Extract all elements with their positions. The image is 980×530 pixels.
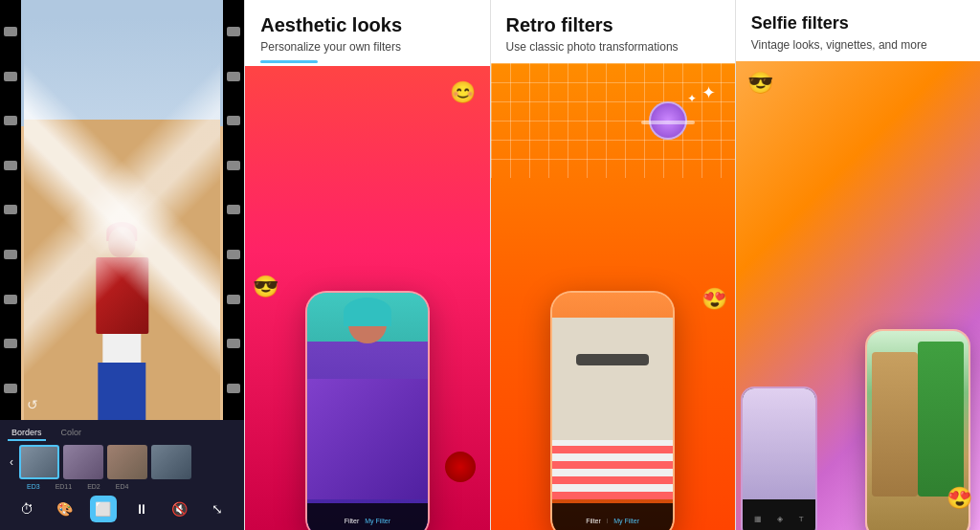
retro-shirt [552, 440, 673, 499]
filmstrip-thumb-4[interactable] [151, 445, 191, 479]
editing-bottom-bar: Borders Color ‹ ED3 ED11 ED2 ED4 ⏱ 🎨 ⬜ ⏸… [0, 420, 244, 530]
grid-overlay [491, 63, 735, 178]
my-filter-label: My Filter [365, 518, 390, 524]
undo-icon[interactable]: ↺ [27, 397, 38, 412]
crop-icon[interactable]: ⤡ [204, 496, 231, 522]
bottom-controls: ⏱ 🎨 ⬜ ⏸ 🔇 ⤡ [8, 492, 236, 524]
film-hole [227, 295, 240, 304]
phone-screen-retro [552, 293, 673, 530]
label-ed2: ED2 [87, 483, 100, 490]
film-holes-right [223, 0, 244, 420]
person-right [918, 342, 964, 497]
sparkle-small-icon: ✦ [687, 92, 697, 105]
portrait-jacket [307, 379, 428, 499]
phone-screen-aesthetic [307, 293, 428, 530]
retro-title: Retro filters [506, 13, 720, 36]
pause-icon[interactable]: ⏸ [128, 496, 155, 522]
tab-color[interactable]: Color [57, 426, 86, 441]
small-screen-bottom: ▦ ◈ T [743, 499, 815, 530]
square-icon[interactable]: ⬜ [90, 496, 117, 522]
main-photo-area: ↺ [0, 0, 244, 420]
film-hole [4, 339, 17, 348]
film-hole [227, 205, 240, 214]
filter-label-r: Filter [586, 518, 601, 524]
film-hole [227, 161, 240, 170]
phone-mockup-aesthetic: Filter My Filter [305, 291, 430, 530]
selfie-header: Selfie filters Vintage looks, vignettes,… [736, 0, 980, 61]
film-hole [227, 72, 240, 81]
label-ed4: ED4 [116, 483, 129, 490]
retro-background: ✦ ✦ 😍 Filter | [491, 63, 735, 530]
emoji-cool: 😎 [253, 275, 278, 299]
filter-bar: Filter My Filter [307, 503, 428, 530]
header-underline [260, 60, 318, 63]
label-ed11: ED11 [56, 483, 73, 490]
selfie-background: 😎 😍 ▦ ◈ T [736, 61, 980, 530]
aesthetic-title: Aesthetic looks [260, 13, 474, 36]
timer-icon[interactable]: ⏱ [13, 496, 40, 522]
my-filter-label-r: My Filter [613, 518, 639, 524]
filmstrip-labels: ED3 ED11 ED2 ED4 [8, 483, 236, 490]
film-hole [4, 205, 17, 214]
film-holes-left [0, 0, 21, 420]
panel-photo-editing: ↺ Borders Color ‹ ED3 ED11 ED2 ED4 ⏱ 🎨 ⬜… [0, 0, 244, 530]
person-left [872, 352, 918, 497]
retro-filter-bar: Filter | My Filter [552, 503, 673, 530]
film-hole [227, 339, 240, 348]
phone-mockup-retro: Filter | My Filter [550, 291, 675, 530]
aesthetic-subtitle: Personalize your own filters [260, 40, 474, 54]
filter-label: Filter [345, 518, 360, 524]
aesthetic-image: 😊 😎 Filter My Filter [245, 66, 489, 530]
tab-borders[interactable]: Borders [8, 426, 46, 441]
film-hole [227, 250, 240, 259]
filmstrip-thumb-1[interactable] [19, 445, 59, 479]
film-hole [4, 295, 17, 304]
aesthetic-header: Aesthetic looks Personalize your own fil… [245, 0, 489, 66]
mute-icon[interactable]: 🔇 [166, 496, 192, 522]
panel-aesthetic-looks: Aesthetic looks Personalize your own fil… [245, 0, 489, 530]
filmstrip-thumb-3[interactable] [107, 445, 147, 479]
small-filter-icon: ▦ [754, 515, 762, 523]
film-hole [227, 27, 240, 36]
film-hole [227, 384, 240, 393]
retro-header: Retro filters Use classic photo transfor… [491, 0, 735, 63]
planet-decoration [649, 101, 687, 140]
photo-content [24, 19, 220, 420]
small-phone-screen: ▦ ◈ T [743, 388, 815, 530]
film-hole [4, 161, 17, 170]
emoji-smile: 😊 [450, 80, 476, 105]
light-flare [24, 19, 220, 420]
film-hole [4, 116, 17, 125]
film-hole [4, 72, 17, 81]
red-decoration [445, 452, 476, 482]
emoji-sunglasses: 😎 [747, 71, 773, 96]
sparkle-icon: ✦ [702, 82, 716, 103]
sunglasses [576, 354, 649, 365]
retro-face [552, 318, 673, 453]
small-screen-top [743, 388, 815, 499]
selfie-title: Selfie filters [751, 13, 965, 34]
planet-ring [641, 121, 695, 124]
film-hole [4, 27, 17, 36]
portrait-hair [344, 298, 391, 326]
emoji-heart-eyes: 😍 [702, 287, 727, 312]
filter-divider: | [607, 518, 608, 523]
selfie-image: 😎 😍 ▦ ◈ T [736, 61, 980, 530]
retro-image: ✦ ✦ 😍 Filter | [491, 63, 735, 530]
film-hole [4, 250, 17, 259]
themes-icon[interactable]: 🎨 [52, 496, 78, 522]
emoji-love-eyes: 😍 [947, 486, 972, 511]
small-text-icon: T [799, 515, 804, 523]
film-hole [4, 384, 17, 393]
phone-small-selfie: ▦ ◈ T [741, 386, 817, 530]
filter-tab-row: Borders Color [8, 426, 236, 441]
film-hole [227, 116, 240, 125]
filmstrip-row: ‹ [8, 445, 236, 479]
arrow-left-icon[interactable]: ‹ [8, 453, 15, 471]
aesthetic-background: 😊 😎 Filter My Filter [245, 66, 489, 530]
label-ed3: ED3 [27, 483, 40, 490]
filmstrip-thumb-2[interactable] [63, 445, 103, 479]
panel-selfie-filters: Selfie filters Vintage looks, vignettes,… [736, 0, 980, 530]
small-adjust-icon: ◈ [777, 515, 783, 523]
selfie-subtitle: Vintage looks, vignettes, and more [751, 38, 965, 52]
